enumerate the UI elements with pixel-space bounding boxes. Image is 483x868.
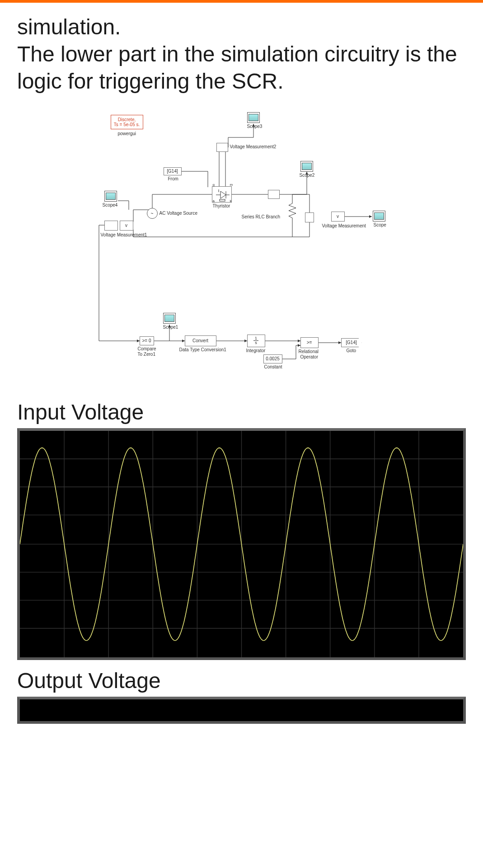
series-rlc-label: Series RLC Branch [242, 214, 281, 219]
relational-block: >= [300, 337, 319, 348]
thyristor-icon [212, 187, 232, 203]
powergui-block: Discrete, Ts = 5e-05 s. [111, 115, 143, 129]
powergui-label: powergui [118, 131, 136, 136]
relop-sym: >= [307, 340, 312, 345]
integrator-block: 1s [247, 335, 265, 347]
compare-label-2: To Zero1 [138, 352, 155, 357]
integrator-label: Integrator [246, 348, 266, 353]
constant-block: 0.0025 [263, 354, 282, 363]
from-block: [G14] [164, 167, 182, 175]
scope-label: Scope [374, 222, 386, 227]
scope4-label: Scope4 [103, 203, 118, 208]
scope3-label: Scope3 [247, 124, 263, 129]
input-voltage-heading: Input Voltage [17, 400, 466, 425]
compare-block: >= 0 [140, 336, 154, 345]
ac-source-block: ~ [147, 208, 158, 219]
scope3-block [247, 112, 260, 123]
constant-val: 0.0025 [266, 356, 280, 361]
scope-icon [163, 313, 176, 324]
scope-block [373, 211, 385, 222]
svg-rect-0 [220, 199, 225, 201]
thyristor-port-k: k [230, 199, 232, 203]
voltage-measurement2-label: Voltage Measurement2 [230, 144, 277, 149]
thyristor-block [212, 186, 232, 203]
vm1-sym: v [125, 223, 127, 228]
vm1-out-block [104, 221, 118, 231]
output-voltage-chart [17, 697, 466, 724]
scope-icon [247, 112, 260, 123]
page-content: simulation. The lower part in the simula… [0, 3, 483, 724]
scope2-label: Scope2 [300, 173, 315, 178]
scope-icon [300, 161, 313, 172]
input-voltage-chart [17, 428, 466, 660]
compare-sym: >= 0 [142, 338, 151, 343]
convert-text: Convert [192, 338, 208, 343]
voltage-measurement-block: v [331, 212, 345, 222]
vm-port-block [305, 212, 314, 222]
powergui-line1: Discrete, [112, 117, 142, 122]
powergui-line2: Ts = 5e-05 s. [112, 122, 142, 127]
input-voltage-svg [20, 431, 463, 657]
body-line-1: simulation. [17, 15, 121, 39]
thyristor-port-g: g [213, 183, 215, 187]
relational-label-2: Operator [300, 354, 318, 359]
body-paragraph: simulation. The lower part in the simula… [17, 14, 466, 95]
voltage-measurement-label: Voltage Measurement [322, 223, 366, 228]
body-line-2: The lower part in the simulation circuit… [17, 42, 457, 93]
thyristor-port-a: a [213, 199, 215, 203]
voltage-measurement1-block: v [120, 221, 133, 231]
voltage-measurement1-label: Voltage Measurement1 [101, 232, 147, 237]
goto-block: [G14] [341, 338, 362, 347]
compare-label-1: Compare [138, 346, 156, 351]
convert-block: Convert [185, 335, 216, 346]
constant-label: Constant [264, 364, 282, 369]
from-tag: [G14] [167, 169, 178, 174]
series-rlc-marker [268, 190, 280, 199]
simulink-diagram: Discrete, Ts = 5e-05 s. powergui Scope3 … [79, 110, 404, 391]
scope4-block [104, 191, 117, 202]
relational-label-1: Relational [299, 349, 319, 354]
convert-label: Data Type Conversion1 [179, 347, 226, 352]
voltage-measurement2-block [216, 143, 228, 152]
scope-icon [104, 191, 117, 202]
scope1-block [163, 313, 176, 324]
scope2-block [300, 161, 313, 172]
vm-sym: v [337, 214, 339, 219]
goto-label: Goto [347, 348, 356, 353]
thyristor-label: Thyristor [213, 203, 230, 208]
output-voltage-heading: Output Voltage [17, 668, 466, 693]
thyristor-port-m: m [230, 183, 233, 187]
ac-source-label: AC Voltage Source [159, 211, 198, 216]
scope1-label: Scope1 [163, 325, 178, 330]
from-label: From [168, 176, 178, 181]
scope-icon [373, 211, 385, 222]
goto-tag: [G14] [346, 340, 356, 345]
